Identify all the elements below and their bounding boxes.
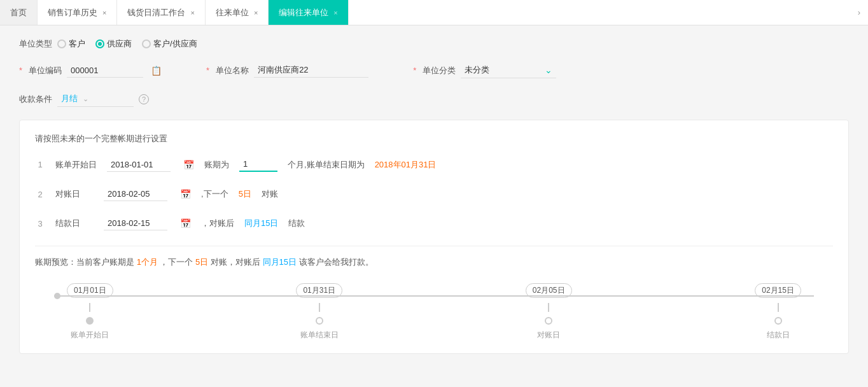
radio-supplier[interactable]: 供应商: [95, 38, 132, 50]
payment-term-select[interactable]: 月结 ⌄: [57, 91, 134, 107]
row1-desc-prefix: 账期为: [204, 159, 229, 171]
payment-term-value: 月结: [61, 93, 78, 104]
preview-part2: 5日: [195, 257, 208, 267]
payment-term-help-icon[interactable]: ?: [139, 94, 149, 104]
tl-connector-2: [319, 303, 320, 312]
unit-code-input[interactable]: [67, 64, 143, 78]
config-row-3: 3 结款日 📅 ，对账后 同月15日 结款: [35, 216, 833, 230]
unit-class-arrow-icon: ⌄: [545, 65, 552, 75]
unit-class-star: *: [413, 66, 416, 75]
main-content: 单位类型 客户 供应商 客户/供应商 * 单位编码: [0, 25, 868, 387]
tab-sales-history-label: 销售订单历史: [48, 7, 97, 18]
tab-cash-work-label: 钱货日清工作台: [127, 7, 185, 18]
tl-label-4: 结款日: [767, 330, 790, 341]
preview-prefix: 账期预览：当前客户账期是: [35, 257, 134, 267]
tl-dot-3: [545, 317, 552, 325]
radio-supplier-circle: [95, 39, 104, 48]
tl-label-2: 账单结束日: [300, 330, 339, 341]
tab-home-label: 首页: [10, 7, 27, 18]
config-row-1: 1 账单开始日 📅 账期为 个月,账单结束日期为 2018年01月31日: [35, 157, 833, 172]
row-label-1: 账单开始日: [55, 159, 97, 171]
row-num-2: 2: [35, 190, 45, 199]
tab-cash-work[interactable]: 钱货日清工作台 ×: [117, 0, 205, 25]
radio-customer[interactable]: 客户: [57, 38, 85, 50]
radio-group: 客户 供应商 客户/供应商: [57, 38, 197, 50]
unit-name-input[interactable]: [254, 64, 368, 78]
tl-label-3: 对账日: [537, 330, 560, 341]
preview-mid1: ，下一个: [160, 257, 193, 267]
preview-section: 账期预览：当前客户账期是 1个月 ，下一个 5日 对账，对账后 同月15日 该客…: [35, 246, 833, 341]
config-box: 请按照未来的一个完整帐期进行设置 1 账单开始日 📅 账期为 个月,账单结束日期…: [19, 120, 849, 354]
unit-class-value: 未分类: [465, 64, 545, 76]
row1-desc-suffix: 个月,账单结束日期为: [288, 159, 365, 171]
radio-both-circle: [142, 39, 151, 48]
radio-supplier-label: 供应商: [107, 38, 132, 50]
unit-name-star: *: [206, 66, 209, 75]
close-partners-icon[interactable]: ×: [254, 9, 258, 17]
tl-label-1: 账单开始日: [71, 330, 109, 341]
tl-connector-3: [548, 303, 549, 312]
timeline-point-4: 02月15日 结款日: [755, 283, 801, 341]
payment-term-field: 收款条件 月结 ⌄ ?: [19, 91, 149, 107]
close-sales-history-icon[interactable]: ×: [102, 9, 106, 17]
radio-both-label: 客户/供应商: [153, 38, 197, 50]
row-num-3: 3: [35, 219, 45, 229]
row1-end-date: 2018年01月31日: [375, 159, 437, 171]
close-edit-partner-icon[interactable]: ×: [333, 9, 337, 17]
tab-partners-label: 往来单位: [216, 7, 249, 18]
tl-dot-4: [774, 317, 782, 325]
tab-scroll-right[interactable]: ›: [850, 0, 868, 25]
reconcile-date-cal-icon[interactable]: 📅: [180, 189, 191, 199]
radio-customer-label: 客户: [69, 38, 85, 50]
close-cash-work-icon[interactable]: ×: [190, 9, 194, 17]
payment-term-row: 收款条件 月结 ⌄ ?: [19, 91, 849, 107]
payment-term-label: 收款条件: [19, 94, 52, 105]
unit-class-label: 单位分类: [423, 65, 456, 76]
timeline-point-1: 01月01日 账单开始日: [67, 283, 113, 341]
row2-desc2: 对账: [262, 188, 278, 200]
tab-partners[interactable]: 往来单位 ×: [206, 0, 269, 25]
unit-code-field: * 单位编码 📋: [19, 64, 162, 78]
unit-type-row: 单位类型 客户 供应商 客户/供应商: [19, 38, 849, 50]
timeline-point-3: 02月05日 对账日: [526, 283, 572, 341]
tab-sales-history[interactable]: 销售订单历史 ×: [38, 0, 117, 25]
row2-highlight: 5日: [239, 188, 251, 200]
tab-edit-partner[interactable]: 编辑往来单位 ×: [269, 0, 348, 25]
payment-date-cal-icon[interactable]: 📅: [180, 218, 191, 229]
payment-date-input[interactable]: [104, 216, 167, 230]
timeline-points: 01月01日 账单开始日 01月31日 账单结束日 02月05日: [48, 283, 820, 341]
row3-highlight: 同月15日: [244, 218, 278, 229]
unit-name-field: * 单位名称: [206, 64, 368, 78]
tl-connector-1: [89, 303, 90, 312]
unit-info-row: * 单位编码 📋 * 单位名称 * 单位分类 未分类 ⌄: [19, 62, 849, 78]
period-input[interactable]: [239, 157, 277, 172]
unit-code-icon[interactable]: 📋: [151, 66, 162, 76]
start-date-input[interactable]: [107, 158, 171, 172]
tab-home[interactable]: 首页: [0, 0, 38, 25]
row3-desc2: 结款: [288, 218, 305, 229]
row-label-2: 对账日: [55, 188, 94, 200]
config-row-2: 2 对账日 📅 ,下一个 5日 对账: [35, 187, 833, 201]
preview-part3: 同月15日: [263, 257, 297, 267]
unit-code-star: *: [19, 66, 22, 75]
tl-connector-4: [778, 303, 779, 312]
radio-both[interactable]: 客户/供应商: [142, 38, 197, 50]
preview-text: 账期预览：当前客户账期是 1个月 ，下一个 5日 对账，对账后 同月15日 该客…: [35, 257, 833, 268]
unit-name-label: 单位名称: [216, 65, 249, 76]
box-title: 请按照未来的一个完整帐期进行设置: [35, 133, 833, 144]
payment-term-chevron-icon: ⌄: [83, 95, 88, 103]
unit-type-field: 单位类型 客户 供应商 客户/供应商: [19, 38, 197, 50]
radio-customer-circle: [57, 39, 66, 48]
tab-edit-partner-label: 编辑往来单位: [279, 7, 328, 18]
unit-class-field: * 单位分类 未分类 ⌄: [413, 62, 556, 78]
timeline-line: [54, 295, 814, 297]
tab-bar: 首页 销售订单历史 × 钱货日清工作台 × 往来单位 × 编辑往来单位 × ›: [0, 0, 868, 25]
unit-class-dropdown[interactable]: 未分类 ⌄: [461, 62, 556, 78]
preview-part1: 1个月: [137, 257, 158, 267]
row3-desc1: ，对账后: [201, 218, 234, 229]
timeline-point-2: 01月31日 账单结束日: [296, 283, 342, 341]
start-date-cal-icon[interactable]: 📅: [183, 160, 194, 170]
row2-desc1: ,下一个: [201, 188, 228, 200]
reconcile-date-input[interactable]: [104, 187, 167, 201]
preview-suffix: 该客户会给我打款。: [299, 257, 374, 267]
